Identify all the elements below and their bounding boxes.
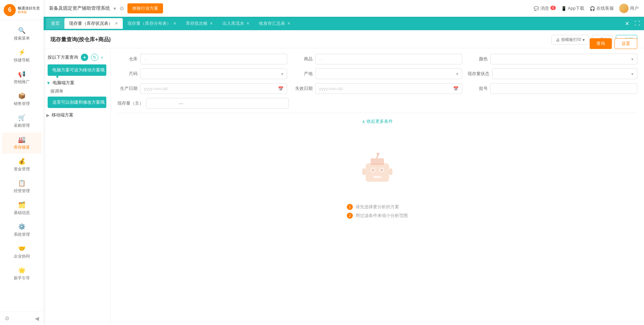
app-download-item[interactable]: 📱 App下载 bbox=[561, 5, 584, 11]
batch-input[interactable] bbox=[490, 83, 637, 94]
print-btn[interactable]: 🖨 按模板打印 ▾ bbox=[551, 35, 589, 45]
purchase-icon: 🛒 bbox=[18, 114, 25, 121]
system-icon: ⚙️ bbox=[18, 223, 25, 230]
logo-icon: 6 bbox=[4, 4, 16, 16]
sidebar-item-sales[interactable]: 📦 销售管理 bbox=[2, 89, 42, 110]
sidebar-item-corp[interactable]: 🤝 企业协同 bbox=[2, 241, 42, 263]
sidebar-item-finance[interactable]: 💰 资金管理 bbox=[2, 154, 42, 175]
sales-icon: 📦 bbox=[18, 92, 25, 100]
origin-label: 产地 bbox=[292, 71, 313, 77]
product-select[interactable]: ··· bbox=[315, 54, 462, 64]
basic-icon: 🗂️ bbox=[18, 201, 25, 209]
warehouse-select[interactable]: ··· bbox=[140, 54, 287, 64]
sidebar-item-marketing[interactable]: 📢 营销推广 bbox=[2, 67, 42, 88]
sidebar-nav: 🔍 搜索菜单 ⚡ 快捷导航 📢 营销推广 📦 销售管理 🛒 采购管理 🏭 库存核… bbox=[0, 20, 44, 312]
sidebar: 6 畅通道好生意 标准版 🔍 搜索菜单 ⚡ 快捷导航 📢 营销推广 📦 销售管理… bbox=[0, 0, 44, 325]
app-download-label: App下载 bbox=[568, 5, 584, 11]
scheme-tooltip-text: 电脑方案可设为移动方案哦 bbox=[52, 67, 105, 73]
stock-amount-range[interactable]: — bbox=[146, 98, 289, 109]
online-support-item[interactable]: 🎧 在线客服 bbox=[590, 5, 614, 11]
calendar-icon-2[interactable]: 📅 bbox=[453, 86, 459, 91]
search-btn[interactable]: 查询 bbox=[590, 48, 612, 49]
back-btn[interactable]: « bbox=[101, 55, 103, 60]
color-label: 颜色 bbox=[468, 56, 488, 62]
industry-btn[interactable]: 体验行业方案 bbox=[127, 3, 163, 13]
tab-batch-close[interactable]: ✕ bbox=[210, 21, 213, 26]
tab-inventory-dist[interactable]: 现存量（库存分布表） ✕ bbox=[123, 18, 181, 29]
sidebar-item-label: 基础信息 bbox=[14, 210, 30, 216]
add-scheme-btn[interactable]: + bbox=[81, 54, 88, 61]
refresh-scheme-btn[interactable]: ↻ bbox=[91, 54, 98, 61]
page-header: 现存量查询(按仓库+商品) 🖨 按模板打印 ▾ ↑ 导出 ↻ 刷新 bbox=[44, 30, 644, 48]
scheme-item-adjust[interactable]: 接调单 bbox=[44, 87, 110, 95]
origin-select[interactable]: ▾ bbox=[315, 68, 462, 79]
sidebar-item-label: 采购管理 bbox=[14, 123, 30, 128]
tab-inout[interactable]: 出入库流水 ✕ bbox=[218, 18, 254, 29]
produce-date-input[interactable]: yyyy-mm-dd 📅 bbox=[140, 83, 287, 94]
filter-field-origin: 产地 ▾ bbox=[292, 68, 462, 79]
range-max-input[interactable] bbox=[185, 101, 212, 106]
collapse-btn[interactable]: ∧ 收起更多条件 bbox=[117, 116, 637, 127]
header-left: 装备及固定资产辅助管理系统 ▾ ⚙ 体验行业方案 bbox=[49, 3, 163, 13]
tab-batch[interactable]: 库存批次账 ✕ bbox=[181, 18, 218, 29]
size-select[interactable]: ▾ bbox=[140, 68, 287, 79]
reset-btn[interactable]: 设置 bbox=[614, 48, 637, 49]
pc-scheme-header[interactable]: ▼ 电脑端方案 bbox=[44, 78, 110, 87]
tab-collect-label: 收发存汇总表 bbox=[259, 20, 285, 26]
edit-tooltip-text: 这里可以创建和修改方案哦 bbox=[52, 99, 105, 105]
sidebar-item-basic[interactable]: 🗂️ 基础信息 bbox=[2, 198, 42, 219]
user-name: 用户 bbox=[630, 5, 639, 11]
collapse-sidebar-icon[interactable]: ◀ bbox=[35, 315, 39, 322]
filter-label: 按以下方案查询 bbox=[48, 54, 78, 60]
tab-close-all-icon[interactable]: ✕ bbox=[624, 19, 631, 28]
header-settings-icon[interactable]: ⚙ bbox=[119, 5, 124, 12]
tab-inout-close[interactable]: ✕ bbox=[246, 21, 250, 26]
tab-inventory-status[interactable]: 现存量（库存状况表） ✕ bbox=[64, 18, 123, 29]
sidebar-item-search[interactable]: 🔍 搜索菜单 bbox=[2, 23, 42, 45]
message-item[interactable]: 💬 消息 6 bbox=[534, 5, 556, 11]
sidebar-item-system[interactable]: ⚙️ 系统管理 bbox=[2, 220, 42, 241]
tab-home[interactable]: 首页 bbox=[46, 18, 64, 29]
tab-expand-icon[interactable]: ⛶ bbox=[633, 19, 641, 28]
tab-inventory-dist-close[interactable]: ✕ bbox=[173, 21, 176, 26]
tab-inventory-status-close[interactable]: ✕ bbox=[115, 21, 118, 26]
sidebar-item-inventory[interactable]: 🏭 库存核算 bbox=[2, 132, 42, 154]
product-label: 商品 bbox=[292, 56, 313, 62]
search-icon: 🔍 bbox=[18, 27, 25, 34]
print-dropdown-icon: ▾ bbox=[583, 38, 585, 42]
content-layout: 按以下方案查询 + ↻ « 电脑方案可设为移动方案哦 ✕ ▼ 电脑端方案 bbox=[44, 48, 644, 325]
tip-text-2: 用过滤条件来缩小分析范围 bbox=[356, 211, 408, 220]
calendar-icon[interactable]: 📅 bbox=[278, 86, 283, 91]
edit-tooltip-close[interactable]: ✕ bbox=[107, 100, 111, 105]
tab-collect-close[interactable]: ✕ bbox=[287, 21, 290, 26]
sidebar-item-operation[interactable]: 📋 经营管理 bbox=[2, 176, 42, 197]
header: 装备及固定资产辅助管理系统 ▾ ⚙ 体验行业方案 💬 消息 6 📱 App下载 … bbox=[44, 0, 644, 17]
filter-field-produce-date: 生产日期 yyyy-mm-dd 📅 bbox=[117, 83, 287, 94]
sidebar-item-guide[interactable]: 🌟 新手引导 bbox=[2, 263, 42, 284]
tip-num-1: 1 bbox=[347, 204, 353, 210]
range-min-input[interactable] bbox=[150, 101, 177, 106]
dropdown-icon[interactable]: ▾ bbox=[113, 5, 116, 12]
sidebar-item-label: 库存核算 bbox=[14, 145, 30, 150]
user-item[interactable]: 用户 bbox=[619, 4, 639, 13]
dropdown-arrow-icon: ▾ bbox=[631, 57, 634, 62]
filter-row-4: 现存量（主） — bbox=[117, 98, 637, 109]
settings-icon[interactable]: ⚙ bbox=[5, 315, 9, 322]
sidebar-item-purchase[interactable]: 🛒 采购管理 bbox=[2, 111, 42, 132]
operation-icon: 📋 bbox=[18, 179, 25, 187]
sidebar-item-quick[interactable]: ⚡ 快捷导航 bbox=[2, 45, 42, 66]
color-select[interactable]: ▾ bbox=[490, 54, 637, 64]
expire-date-input[interactable]: yyyy-mm-dd 📅 bbox=[315, 83, 462, 94]
scheme-tooltip-close[interactable]: ✕ bbox=[107, 67, 111, 73]
dropdown-arrow-icon: ▾ bbox=[281, 71, 283, 76]
sidebar-item-label: 营销推广 bbox=[14, 79, 30, 85]
pc-scheme-label: 电脑端方案 bbox=[53, 80, 74, 86]
filter-row-2: 尺码 ▾ 产地 ▾ 现存量状态 ▾ bbox=[117, 68, 637, 79]
tab-collect[interactable]: 收发存汇总表 ✕ bbox=[254, 18, 295, 29]
warehouse-dots: ··· bbox=[144, 57, 148, 62]
stock-status-select[interactable]: ▾ bbox=[492, 68, 637, 79]
svg-rect-0 bbox=[366, 163, 389, 182]
expire-date-label: 失效日期 bbox=[292, 86, 313, 92]
collapse-label: 收起更多条件 bbox=[367, 118, 393, 124]
mobile-scheme-header[interactable]: ▶ 移动端方案 bbox=[44, 111, 110, 119]
